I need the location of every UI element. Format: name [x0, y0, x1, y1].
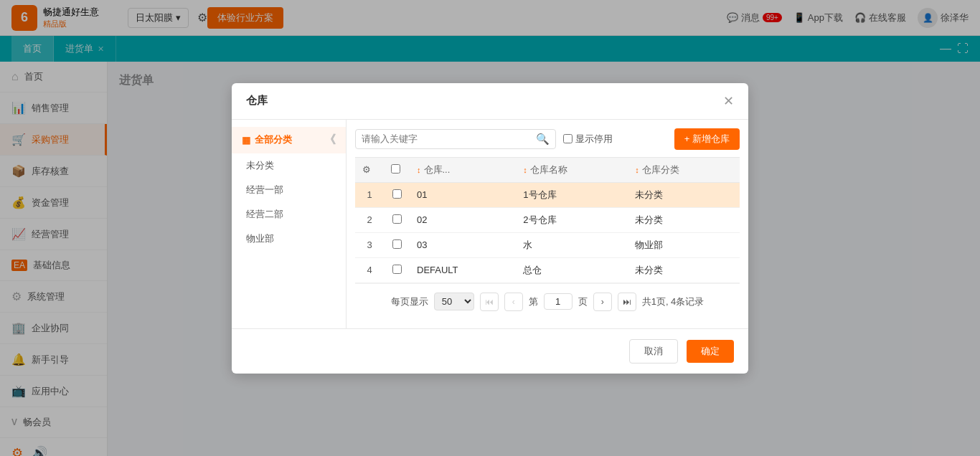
cell-row-number: 2 — [355, 207, 384, 232]
table-toolbar: 🔍 显示停用 + 新增仓库 — [355, 128, 740, 150]
dialog-title: 仓库 — [246, 94, 268, 108]
warehouse-dialog: 仓库 ✕ ▦ 全部分类 《 未分类 经营一部 经营二部 物业部 — [232, 83, 748, 374]
dialog-overlay: 仓库 ✕ ▦ 全部分类 《 未分类 经营一部 经营二部 物业部 — [0, 0, 980, 456]
collapse-icon[interactable]: 《 — [324, 133, 336, 148]
table-row[interactable]: 2 02 2号仓库 未分类 — [355, 207, 740, 232]
cell-row-number: 3 — [355, 232, 384, 257]
show-disabled-input[interactable] — [563, 134, 573, 143]
per-page-label: 每页显示 — [391, 295, 428, 308]
pagination: 每页显示 50 20 100 ⏮ ‹ 第 页 › ⏭ 共1页, 4条记录 — [355, 283, 740, 320]
settings-icon: ⚙ — [362, 164, 371, 175]
cat-item-unclassified[interactable]: 未分类 — [232, 153, 346, 178]
cell-name: 1号仓库 — [516, 182, 628, 207]
select-all-checkbox[interactable] — [391, 164, 400, 174]
page-suffix-label: 页 — [578, 295, 588, 308]
cell-name: 水 — [516, 232, 628, 257]
cell-name: 2号仓库 — [516, 207, 628, 232]
last-page-button[interactable]: ⏭ — [618, 293, 636, 311]
table-row[interactable]: 1 01 1号仓库 未分类 — [355, 182, 740, 207]
cell-name: 总仓 — [516, 257, 628, 282]
sort-cat-icon: ↕ — [635, 166, 639, 174]
dialog-footer: 取消 确定 — [232, 328, 748, 374]
sort-icon: ↕ — [417, 166, 421, 174]
page-number-input[interactable] — [544, 293, 573, 310]
warehouse-table: ⚙ ↕ 仓库... — [355, 157, 740, 283]
all-category-label: 全部分类 — [255, 133, 292, 146]
cell-code: DEFAULT — [410, 257, 516, 282]
category-panel: ▦ 全部分类 《 未分类 经营一部 经营二部 物业部 — [232, 120, 347, 328]
next-page-button[interactable]: › — [593, 293, 612, 311]
cell-code: 03 — [410, 232, 516, 257]
dialog-body: ▦ 全部分类 《 未分类 经营一部 经营二部 物业部 🔍 — [232, 120, 748, 328]
cell-checkbox[interactable] — [384, 182, 410, 207]
table-panel: 🔍 显示停用 + 新增仓库 ⚙ — [347, 120, 748, 328]
cell-checkbox[interactable] — [384, 207, 410, 232]
cell-row-number: 1 — [355, 182, 384, 207]
cancel-button[interactable]: 取消 — [629, 339, 678, 364]
close-icon[interactable]: ✕ — [723, 93, 734, 109]
cell-checkbox[interactable] — [384, 257, 410, 282]
prev-page-button[interactable]: ‹ — [504, 293, 523, 311]
th-settings: ⚙ — [355, 157, 384, 182]
search-icon: 🔍 — [536, 133, 550, 146]
sort-name-icon: ↕ — [523, 166, 527, 174]
table-row[interactable]: 4 DEFAULT 总仓 未分类 — [355, 257, 740, 282]
show-disabled-checkbox[interactable]: 显示停用 — [563, 133, 613, 146]
cell-row-number: 4 — [355, 257, 384, 282]
all-category-item[interactable]: ▦ 全部分类 《 — [232, 127, 346, 153]
grid-icon: ▦ — [242, 135, 250, 146]
total-info: 共1页, 4条记录 — [642, 295, 705, 308]
first-page-button[interactable]: ⏮ — [480, 293, 499, 311]
cell-category: 未分类 — [628, 182, 740, 207]
th-category: ↕ 仓库分类 — [628, 157, 740, 182]
cat-item-ops1[interactable]: 经营一部 — [232, 178, 346, 202]
cell-checkbox[interactable] — [384, 232, 410, 257]
th-name: ↕ 仓库名称 — [516, 157, 628, 182]
cat-item-ops2[interactable]: 经营二部 — [232, 202, 346, 227]
add-warehouse-button[interactable]: + 新增仓库 — [674, 128, 740, 150]
th-checkbox — [384, 157, 410, 182]
cell-code: 02 — [410, 207, 516, 232]
search-box: 🔍 — [355, 129, 556, 149]
cat-item-property[interactable]: 物业部 — [232, 227, 346, 251]
page-prefix-label: 第 — [529, 295, 538, 308]
per-page-select[interactable]: 50 20 100 — [434, 293, 474, 310]
cell-category: 物业部 — [628, 232, 740, 257]
cell-category: 未分类 — [628, 207, 740, 232]
confirm-button[interactable]: 确定 — [687, 340, 734, 363]
th-code: ↕ 仓库... — [410, 157, 516, 182]
dialog-header: 仓库 ✕ — [232, 83, 748, 120]
cell-code: 01 — [410, 182, 516, 207]
search-input[interactable] — [362, 133, 536, 144]
cell-category: 未分类 — [628, 257, 740, 282]
table-row[interactable]: 3 03 水 物业部 — [355, 232, 740, 257]
